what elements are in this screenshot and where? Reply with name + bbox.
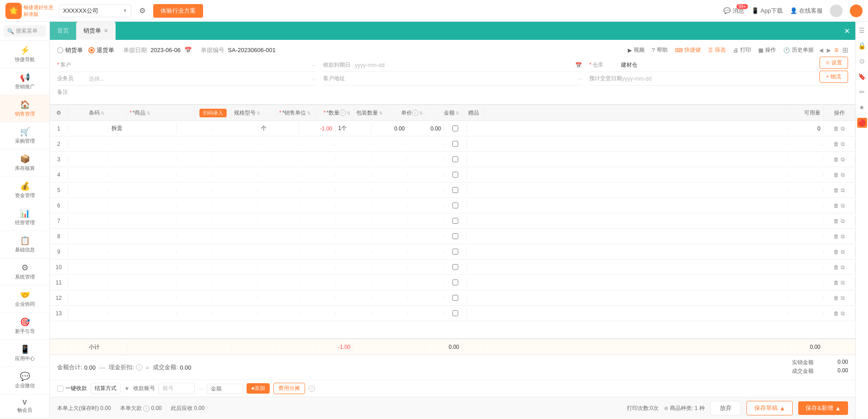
radio-sales-order[interactable]: 销货单 <box>57 46 83 54</box>
row13-delete-icon[interactable]: 🗑 <box>834 310 839 317</box>
expense-info-icon[interactable]: i <box>309 385 315 392</box>
row5-price[interactable] <box>372 188 408 192</box>
row13-spec[interactable] <box>213 312 258 315</box>
avatar[interactable] <box>830 5 843 17</box>
row1-unit[interactable]: 个 <box>258 123 299 134</box>
row4-gift-checkbox[interactable] <box>452 172 458 178</box>
row7-copy-icon[interactable]: ⧉ <box>841 218 845 224</box>
row7-price[interactable] <box>372 219 408 223</box>
row6-spec[interactable] <box>213 204 258 207</box>
row3-delete-icon[interactable]: 🗑 <box>834 156 839 163</box>
radio-return-order[interactable]: 退货单 <box>88 46 114 54</box>
tab-sales-order[interactable]: 销货单 ✕ <box>76 22 116 40</box>
row6-qty[interactable] <box>299 204 335 207</box>
row5-copy-icon[interactable]: ⧉ <box>841 187 845 193</box>
operate-btn[interactable]: ▦ 操作 <box>756 45 778 55</box>
one-click-checkbox[interactable] <box>57 385 63 392</box>
right-icon-alert[interactable]: 🔴 <box>857 118 867 128</box>
row7-spec[interactable] <box>213 219 258 223</box>
row12-pkgqty[interactable] <box>335 296 372 300</box>
row3-gift[interactable] <box>444 154 467 164</box>
row8-copy-icon[interactable]: ⧉ <box>841 233 845 240</box>
row8-desc[interactable] <box>467 235 787 238</box>
sidebar-search[interactable]: 🔍 搜索菜单 <box>0 22 49 41</box>
sidebar-item-basic[interactable]: 📋 基础信息 <box>0 231 49 258</box>
customer-more-icon[interactable]: ··· <box>311 62 316 68</box>
settle-arrow-icon[interactable]: ▼ <box>124 385 130 392</box>
row1-price[interactable]: 0.00 <box>372 124 408 134</box>
row9-amount[interactable] <box>408 250 444 254</box>
history-btn[interactable]: 🕐 历史单据 <box>781 45 815 55</box>
price-info-icon[interactable]: i <box>412 110 418 116</box>
row8-qty[interactable] <box>299 235 335 238</box>
row2-copy-icon[interactable]: ⧉ <box>841 141 845 147</box>
row3-amount[interactable] <box>408 158 444 161</box>
row4-amount[interactable] <box>408 173 444 177</box>
sidebar-item-app-center[interactable]: 📱 应用中心 <box>0 340 49 367</box>
row12-unit[interactable] <box>258 296 299 300</box>
row3-gift-checkbox[interactable] <box>452 156 458 162</box>
row8-barcode[interactable] <box>68 235 109 238</box>
row6-pkgqty[interactable] <box>335 204 372 207</box>
row1-gift[interactable] <box>444 124 467 133</box>
pkgqty-sort-icon[interactable]: ⇅ <box>379 111 383 116</box>
sidebar-item-system[interactable]: ⚙ 系统管理 <box>0 258 49 285</box>
row7-product[interactable] <box>109 219 177 223</box>
row13-pkgqty[interactable] <box>335 312 372 315</box>
customer-addr-more-icon[interactable]: ··· <box>577 76 582 82</box>
row7-pkgqty[interactable] <box>335 219 372 223</box>
row13-product[interactable] <box>109 312 177 315</box>
row7-gift-checkbox[interactable] <box>452 218 458 224</box>
row5-spec[interactable] <box>213 188 258 192</box>
row2-pkgqty[interactable] <box>335 142 372 146</box>
row4-copy-icon[interactable]: ⧉ <box>841 172 845 178</box>
row10-desc[interactable] <box>467 265 787 269</box>
row3-qty[interactable] <box>299 158 335 161</box>
save-draft-button[interactable]: 保存草稿 ▲ <box>747 401 793 415</box>
tab-home[interactable]: 首页 <box>50 22 76 40</box>
salesperson-input[interactable] <box>89 76 310 82</box>
row2-barcode[interactable] <box>68 142 109 146</box>
row11-gift[interactable] <box>444 278 467 287</box>
expected-date-input[interactable] <box>622 76 839 82</box>
save-new-arrow-icon[interactable]: ▲ <box>835 405 841 412</box>
amount-input[interactable] <box>207 384 243 394</box>
row7-gift[interactable] <box>444 216 467 226</box>
row4-price[interactable] <box>372 173 408 177</box>
remarks-input[interactable] <box>89 89 848 96</box>
payment-date-input[interactable] <box>355 62 573 68</box>
settings-icon[interactable]: ⚙ <box>135 4 150 18</box>
tab-close-icon[interactable]: ✕ <box>104 28 108 34</box>
row9-delete-icon[interactable]: 🗑 <box>834 249 839 255</box>
row4-spec[interactable] <box>213 173 258 177</box>
row5-desc[interactable] <box>467 188 787 192</box>
row12-gift-checkbox[interactable] <box>452 295 458 301</box>
row7-barcode[interactable] <box>68 219 109 223</box>
row10-copy-icon[interactable]: ⧉ <box>841 264 845 270</box>
sidebar-item-guide[interactable]: 🎯 新手引导 <box>0 313 49 340</box>
sidebar-item-marketing[interactable]: 📢 营销推广 <box>0 68 49 95</box>
row12-price[interactable] <box>372 296 408 300</box>
row10-qty[interactable] <box>299 265 335 269</box>
row10-gift[interactable] <box>444 262 467 272</box>
settings-button[interactable]: ⊙ 设置 <box>820 57 848 69</box>
row1-amount[interactable]: 0.00 <box>408 124 444 134</box>
right-icon-eye[interactable]: ⊙ <box>857 56 867 66</box>
row5-barcode[interactable] <box>68 188 109 192</box>
trial-button[interactable]: 体验行业方案 <box>153 4 203 18</box>
row12-spec[interactable] <box>213 296 258 300</box>
row5-delete-icon[interactable]: 🗑 <box>834 187 839 193</box>
row12-delete-icon[interactable]: 🗑 <box>834 295 839 301</box>
row11-qty[interactable] <box>299 281 335 284</box>
row1-copy-icon[interactable]: ⧉ <box>841 125 845 132</box>
row11-copy-icon[interactable]: ⧉ <box>841 279 845 286</box>
one-click-payment[interactable]: 一键收款 <box>57 385 87 392</box>
row1-barcode[interactable] <box>68 127 109 130</box>
row9-pkgqty[interactable] <box>335 250 372 254</box>
row2-spec[interactable] <box>213 142 258 146</box>
row11-product[interactable] <box>109 281 177 284</box>
discount-info-icon[interactable]: i <box>136 364 142 371</box>
table-view-icon[interactable]: ⊞ <box>842 46 848 54</box>
scan-badge[interactable]: 扫码录入 <box>199 109 227 117</box>
row6-copy-icon[interactable]: ⧉ <box>841 202 845 209</box>
